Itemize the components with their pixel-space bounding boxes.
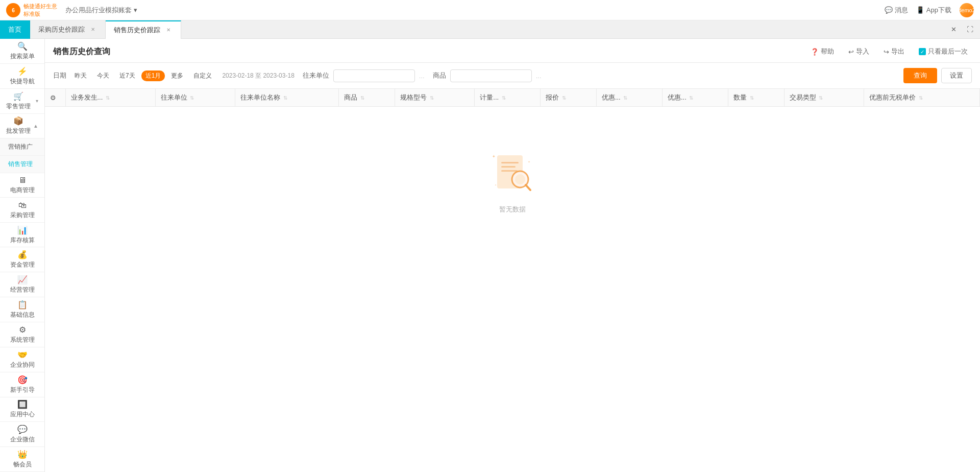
col-discount1-sort-icon: ⇅ (623, 95, 627, 101)
product-filter-group: 商品 ... (433, 69, 542, 82)
col-qty-sort-icon: ⇅ (750, 95, 754, 101)
message-action[interactable]: 💬 消息 (885, 6, 908, 15)
svg-text:✦: ✦ (528, 160, 530, 163)
sidebar-sub-item-sales-mgmt[interactable]: 销售管理 (0, 156, 44, 173)
purchase-icon: 🛍 (18, 201, 27, 210)
sidebar-item-purchase[interactable]: 🛍 采购管理 (0, 198, 44, 222)
export-btn[interactable]: ↪ 导出 (879, 45, 909, 58)
enterprise-icon: 🤝 (17, 350, 28, 360)
sidebar-item-guide[interactable]: 🎯 新手引导 (0, 372, 44, 397)
col-discount1[interactable]: 优惠... ⇅ (596, 89, 662, 107)
date-option-custom[interactable]: 自定义 (189, 70, 216, 81)
empty-illustration: ✦ ✦ ✦ (487, 148, 538, 199)
tab-close-all-btn[interactable]: ✕ (947, 23, 960, 36)
user-action[interactable]: demo2 (960, 3, 974, 17)
sidebar-item-apps[interactable]: 🔲 应用中心 (0, 397, 44, 422)
tab-sales-history[interactable]: 销售历史价跟踪 ✕ (106, 20, 181, 39)
col-unit[interactable]: 计量... ⇅ (475, 89, 541, 107)
data-table: ⚙ 业务发生... ⇅ 往来单位 ⇅ 往来单位名称 ⇅ (45, 89, 980, 107)
col-pre-tax-price[interactable]: 优惠前无税单价 ⇅ (864, 89, 979, 107)
apps-icon: 🔲 (17, 399, 28, 409)
col-trade-type-sort-icon: ⇅ (819, 95, 823, 101)
sidebar-item-inventory[interactable]: 📊 库存核算 (0, 223, 44, 248)
retail-arrow-icon: ▾ (36, 98, 38, 104)
tab-maximize-btn[interactable]: ⛶ (964, 23, 976, 36)
settings-btn[interactable]: 设置 (941, 68, 972, 83)
content-area: 销售历史价查询 ❓ 帮助 ↩ 导入 ↪ 导出 ✓ 只看最后一次 (45, 39, 980, 472)
sidebar-item-enterprise[interactable]: 🤝 企业协同 (0, 347, 44, 372)
date-option-last7[interactable]: 近7天 (115, 70, 139, 81)
product-label: 商品 (433, 71, 446, 80)
svg-text:✦: ✦ (495, 183, 497, 186)
search-icon: 🔍 (17, 41, 28, 51)
query-btn[interactable]: 查询 (903, 68, 937, 83)
wholesale-icon: 📦 (13, 116, 23, 126)
sidebar-item-finance[interactable]: 💰 资金管理 (0, 247, 44, 272)
logo-area: 6 畅捷通好生意 标准版 (6, 3, 57, 17)
sidebar-item-retail[interactable]: 🛒 零售管理 ▾ (0, 89, 44, 114)
party-dots[interactable]: ... (419, 72, 425, 80)
system-icon: ⚙ (19, 325, 26, 335)
filter-actions: 查询 设置 (903, 68, 972, 83)
date-option-last1m[interactable]: 近1月 (141, 70, 165, 81)
date-range-display: 2023-02-18 至 2023-03-18 (222, 72, 294, 80)
sidebar-item-system[interactable]: ⚙ 系统管理 (0, 322, 44, 347)
table-area: ⚙ 业务发生... ⇅ 往来单位 ⇅ 往来单位名称 ⇅ (45, 89, 980, 472)
col-settings[interactable]: ⚙ (45, 89, 65, 107)
page-title: 销售历史价查询 (53, 46, 110, 57)
col-business-date[interactable]: 业务发生... ⇅ (65, 89, 155, 107)
col-party-code[interactable]: 往来单位 ⇅ (155, 89, 235, 107)
download-icon: 📱 (916, 6, 924, 14)
purchase-history-tab-close[interactable]: ✕ (89, 26, 97, 34)
svg-rect-3 (501, 162, 519, 163)
checkbox-checked-icon: ✓ (919, 48, 926, 55)
col-discount2-sort-icon: ⇅ (689, 95, 693, 101)
sidebar-item-shortcut[interactable]: ⚡ 快捷导航 (0, 64, 44, 89)
date-option-today[interactable]: 今天 (93, 70, 113, 81)
date-options: 昨天 今天 近7天 近1月 更多 自定义 (70, 70, 216, 81)
date-option-yesterday[interactable]: 昨天 (70, 70, 91, 81)
col-party-name-sort-icon: ⇅ (283, 95, 287, 101)
sidebar-item-wechat[interactable]: 💬 企业微信 (0, 422, 44, 447)
export-icon: ↪ (884, 48, 889, 56)
main-layout: 🔍 搜索菜单 ⚡ 快捷导航 🛒 零售管理 ▾ 📦 批发管理 ▲ 营销推广 销售管… (0, 39, 980, 472)
party-filter-group: 往来单位 ... (303, 69, 425, 82)
workspace-selector[interactable]: 办公用品行业模拟账套 ▾ (61, 4, 141, 17)
product-dots[interactable]: ... (536, 72, 542, 80)
sidebar-item-member[interactable]: 👑 畅会员 (0, 447, 44, 472)
col-product-sort-icon: ⇅ (360, 95, 364, 101)
product-input[interactable] (450, 69, 532, 82)
col-party-name[interactable]: 往来单位名称 ⇅ (235, 89, 338, 107)
tab-purchase-history[interactable]: 采购历史价跟踪 ✕ (30, 20, 106, 39)
import-btn[interactable]: ↩ 导入 (844, 45, 873, 58)
col-qty[interactable]: 数量 ⇅ (728, 89, 784, 107)
col-price-sort-icon: ⇅ (562, 95, 566, 101)
sidebar-item-search[interactable]: 🔍 搜索菜单 (0, 39, 44, 64)
home-tab-label: 首页 (8, 25, 21, 34)
sidebar-item-ecommerce[interactable]: 🖥 电商管理 (0, 173, 44, 198)
sales-history-tab-close[interactable]: ✕ (164, 26, 173, 34)
app-download-action[interactable]: 📱 App下载 (916, 6, 951, 15)
col-product[interactable]: 商品 ⇅ (339, 89, 395, 107)
col-price[interactable]: 报价 ⇅ (541, 89, 596, 107)
col-business-date-sort-icon: ⇅ (106, 95, 110, 101)
tab-bar-actions: ✕ ⛶ (947, 23, 980, 36)
tab-home[interactable]: 首页 (0, 20, 30, 39)
col-discount2[interactable]: 优惠... ⇅ (662, 89, 728, 107)
only-last-checkbox[interactable]: ✓ 只看最后一次 (915, 45, 972, 58)
sidebar-sub-item-marketing[interactable]: 营销推广 (0, 138, 44, 156)
page-header-actions: ❓ 帮助 ↩ 导入 ↪ 导出 ✓ 只看最后一次 (806, 45, 972, 58)
party-input[interactable] (333, 69, 415, 82)
top-bar-right: 💬 消息 📱 App下载 demo2 (885, 3, 974, 17)
logo-text: 畅捷通好生意 标准版 (23, 3, 57, 17)
sidebar-item-ops[interactable]: 📈 经营管理 (0, 272, 44, 297)
sidebar-item-wholesale[interactable]: 📦 批发管理 ▲ (0, 114, 44, 139)
page-header: 销售历史价查询 ❓ 帮助 ↩ 导入 ↪ 导出 ✓ 只看最后一次 (45, 39, 980, 63)
help-btn[interactable]: ❓ 帮助 (806, 45, 838, 58)
col-trade-type[interactable]: 交易类型 ⇅ (784, 89, 864, 107)
ecommerce-icon: 🖥 (18, 176, 27, 185)
date-option-more[interactable]: 更多 (167, 70, 187, 81)
sidebar-item-basic[interactable]: 📋 基础信息 (0, 297, 44, 322)
date-label: 日期 (53, 71, 66, 80)
col-spec[interactable]: 规格型号 ⇅ (395, 89, 474, 107)
